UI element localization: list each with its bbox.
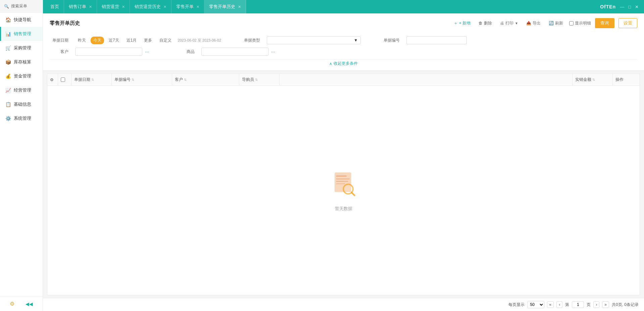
tab-sales-return-history-label: 销货退货历史 (135, 4, 161, 10)
date-btn-more[interactable]: 更多 (141, 37, 155, 44)
sidebar-item-label: 快捷导航 (14, 17, 31, 23)
refresh-button[interactable]: 🔄 刷新 (547, 19, 565, 28)
select-all-checkbox[interactable] (61, 77, 65, 82)
th-customer[interactable]: 客户 ⇅ (172, 74, 239, 86)
tab-sales-return-history[interactable]: 销货退货历史 ✕ (130, 0, 171, 13)
th-checkbox (58, 74, 71, 86)
refresh-label: 刷新 (555, 20, 563, 26)
trending-icon: 📈 (5, 88, 11, 93)
th-guide[interactable]: 导购员 ⇅ (239, 74, 280, 86)
sidebar-item-quick-nav[interactable]: 🏠 快捷导航 (0, 13, 43, 27)
print-button[interactable]: 🖨 打印 ▼ (498, 19, 520, 28)
customer-input[interactable] (75, 48, 142, 56)
th-date-label: 单据日期 (74, 77, 90, 83)
tab-sales-return-close[interactable]: ✕ (122, 5, 125, 9)
type-filter-label: 单据类型 (241, 38, 260, 43)
chart-icon: 📊 (5, 31, 11, 37)
type-select[interactable]: ▼ (267, 36, 361, 44)
goods-dots[interactable]: ··· (271, 49, 275, 54)
collapse-icon: ∧ (329, 61, 332, 66)
customer-dots[interactable]: ··· (145, 49, 149, 54)
last-page-btn[interactable]: » (602, 301, 609, 308)
sidebar-item-inventory[interactable]: 📦 库存核算 (0, 55, 43, 69)
trash-icon: 🗑 (479, 21, 483, 25)
sidebar-search[interactable]: 🔍 搜索采单 (0, 0, 43, 13)
first-page-btn[interactable]: « (547, 301, 554, 308)
th-guide-label: 导购员 (242, 77, 254, 83)
th-date[interactable]: 单据日期 ⇅ (71, 74, 112, 86)
date-btn-today[interactable]: 今天 (91, 37, 104, 44)
next-page-btn[interactable]: › (593, 301, 599, 308)
sidebar-item-operation[interactable]: 📈 经营管理 (0, 83, 43, 97)
goods-input[interactable] (201, 48, 268, 56)
add-button[interactable]: ＋ + 新增 (452, 19, 473, 28)
date-filter-label: 单据日期 (50, 38, 68, 43)
page-prefix-label: 第 (565, 302, 569, 308)
customer-filter-label: 客户 (50, 49, 68, 55)
tab-sales-return-history-close[interactable]: ✕ (163, 5, 166, 9)
minimize-btn[interactable]: — (620, 4, 624, 9)
tab-bar-right: OfTEn — □ ✕ (600, 4, 641, 9)
page-title-row: 零售开单历史 ＋ + 新增 🗑 删除 🖨 打印 ▼ (50, 18, 637, 28)
tab-home[interactable]: 首页 (46, 0, 64, 13)
maximize-btn[interactable]: □ (628, 4, 631, 9)
tab-retail-open-history[interactable]: 零售开单历史 ✕ (204, 0, 246, 13)
display-cols-checkbox[interactable] (569, 21, 574, 25)
table-settings-icon[interactable]: ⚙ (50, 77, 54, 82)
query-button[interactable]: 查询 (595, 18, 614, 28)
per-page-select[interactable]: 50 10 20 100 (527, 301, 544, 308)
sidebar-item-sys-mgmt[interactable]: ⚙️ 系统管理 (0, 111, 43, 125)
sidebar-item-basic-info[interactable]: 📋 基础信息 (0, 97, 43, 111)
setting-button[interactable]: 设置 (618, 18, 637, 28)
filter-area: 单据日期 昨天 今天 近7天 近1月 更多 自定义 2023-06-02 至 2… (50, 32, 637, 70)
date-btn-7days[interactable]: 近7天 (106, 37, 122, 44)
sort-guide-icon: ⇅ (255, 78, 258, 82)
tab-sales-order-label: 销售订单 (69, 4, 86, 10)
display-cols-toggle[interactable]: 显示明细 (569, 20, 591, 26)
order-no-label: 单据编号 (381, 38, 400, 43)
collapse-filter-bar[interactable]: ∧ 收起更多条件 (50, 59, 637, 68)
tab-sales-order[interactable]: 销售订单 ✕ (64, 0, 97, 13)
export-label: 导出 (533, 20, 541, 26)
sidebar-item-label: 库存核算 (14, 59, 31, 65)
th-order-no[interactable]: 单据编号 ⇅ (112, 74, 172, 86)
toolbar: ＋ + 新增 🗑 删除 🖨 打印 ▼ 📤 导出 (452, 18, 637, 28)
tab-retail-open-label: 零售开单 (176, 4, 194, 10)
sidebar-search-label: 搜索采单 (11, 3, 27, 9)
svg-rect-3 (336, 181, 348, 182)
date-btn-yesterday[interactable]: 昨天 (75, 37, 89, 44)
sidebar-item-label: 销售管理 (14, 31, 31, 37)
tab-retail-open-history-close[interactable]: ✕ (238, 5, 241, 9)
th-action: 操作 (613, 74, 640, 86)
box-icon: 📦 (5, 59, 11, 65)
th-amount[interactable]: 实销金额 ⇅ (573, 74, 613, 86)
tab-retail-open-close[interactable]: ✕ (196, 5, 199, 9)
export-button[interactable]: 📤 导出 (524, 19, 543, 28)
sidebar-item-finance[interactable]: 💰 资金管理 (0, 69, 43, 83)
sidebar-item-purchase-mgmt[interactable]: 🛒 采购管理 (0, 41, 43, 55)
tab-sales-return[interactable]: 销货退货 ✕ (97, 0, 130, 13)
tab-sales-order-close[interactable]: ✕ (89, 5, 92, 9)
sidebar-item-sales-mgmt[interactable]: 📊 销售管理 (0, 27, 43, 41)
date-btn-1month[interactable]: 近1月 (124, 37, 140, 44)
sort-order-no-icon: ⇅ (132, 78, 134, 82)
sort-customer-icon: ⇅ (184, 78, 187, 82)
sidebar-item-label: 资金管理 (14, 73, 31, 79)
collapse-sidebar-btn[interactable]: ◀◀ (26, 301, 33, 307)
type-dropdown-icon: ▼ (354, 38, 358, 43)
delete-button[interactable]: 🗑 删除 (477, 19, 494, 28)
date-btn-custom[interactable]: 自定义 (157, 37, 174, 44)
sort-amount-icon: ⇅ (592, 78, 595, 82)
goods-input-wrap: ··· (201, 48, 275, 56)
page-title: 零售开单历史 (50, 20, 80, 27)
th-settings[interactable]: ⚙ (47, 74, 58, 86)
close-window-btn[interactable]: ✕ (635, 4, 639, 9)
money-icon: 💰 (5, 73, 11, 79)
tab-retail-open[interactable]: 零售开单 ✕ (171, 0, 204, 13)
settings-icon-btn[interactable]: ⚙ (10, 301, 14, 307)
prev-page-btn[interactable]: ‹ (556, 301, 562, 308)
refresh-icon: 🔄 (549, 21, 554, 25)
th-action-label: 操作 (615, 77, 624, 83)
order-no-input[interactable] (406, 36, 467, 44)
page-input[interactable] (572, 301, 584, 308)
